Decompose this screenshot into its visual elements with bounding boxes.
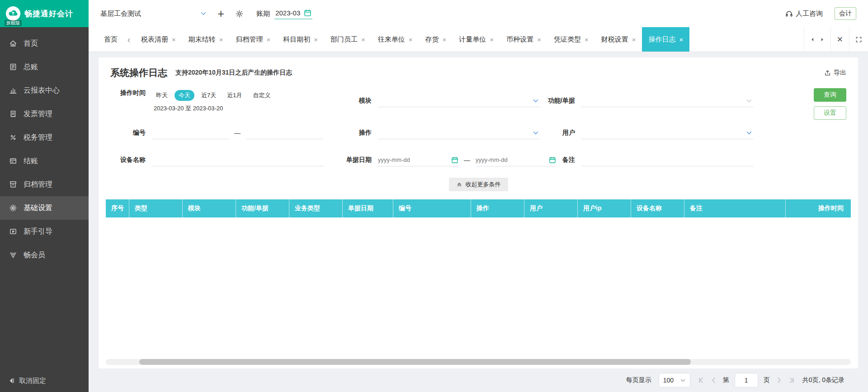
filter-settings-button[interactable]: 设置: [814, 106, 846, 120]
member-v-icon: [9, 251, 17, 259]
period-picker[interactable]: 2023-03: [274, 8, 312, 19]
tab-home[interactable]: 首页: [99, 27, 123, 52]
column-header[interactable]: 用户: [524, 199, 578, 217]
tab-active[interactable]: 操作日志×: [642, 27, 689, 52]
role-badge[interactable]: 会计: [835, 7, 856, 20]
fullscreen-button[interactable]: [849, 27, 868, 52]
sidebar-item-guide[interactable]: 新手引导: [0, 220, 89, 243]
filter-label: 单据日期: [336, 156, 372, 164]
quick-option-1month[interactable]: 近1月: [223, 90, 246, 101]
unpin-sidebar-button[interactable]: 取消固定: [0, 369, 89, 392]
column-header[interactable]: 单据日期: [343, 199, 393, 217]
tab-close-icon[interactable]: ×: [679, 36, 683, 43]
quick-option-yesterday[interactable]: 昨天: [152, 90, 172, 101]
next-page-icon[interactable]: [775, 377, 783, 384]
tab-close-icon[interactable]: ×: [537, 36, 541, 43]
sidebar-item-label: 总账: [24, 62, 38, 72]
query-button[interactable]: 查询: [814, 88, 846, 102]
export-button[interactable]: 导出: [824, 69, 846, 77]
collapse-row: 收起更多条件: [99, 169, 858, 198]
tab-close-icon[interactable]: ×: [443, 36, 447, 43]
quick-option-7days[interactable]: 近7天: [197, 90, 220, 101]
tab-close-icon[interactable]: ×: [585, 36, 589, 43]
tab[interactable]: 归档管理×: [230, 27, 277, 52]
tab-close-icon[interactable]: ×: [314, 36, 318, 43]
tab-close-icon[interactable]: ×: [361, 36, 365, 43]
arrow-left-icon[interactable]: [810, 37, 815, 42]
page-number-input[interactable]: [735, 373, 758, 387]
tab-close-icon[interactable]: ×: [219, 36, 223, 43]
horizontal-scrollbar[interactable]: [106, 359, 851, 365]
column-header[interactable]: 业务类型: [289, 199, 343, 217]
doc-date-from-input[interactable]: [378, 156, 451, 163]
add-company-button[interactable]: +: [217, 8, 224, 19]
tab-close-icon[interactable]: ×: [172, 36, 176, 43]
tab-label: 税表清册: [141, 35, 168, 44]
module-select[interactable]: [378, 94, 540, 107]
settings-button[interactable]: [235, 9, 244, 18]
column-header[interactable]: 设备名称: [631, 199, 684, 217]
tab-close-icon[interactable]: ×: [267, 36, 271, 43]
tab-close-icon[interactable]: ×: [632, 36, 636, 43]
tab-close-icon[interactable]: ×: [490, 36, 494, 43]
tab[interactable]: 期末结转×: [182, 27, 230, 52]
tabs-scroll-left-button[interactable]: ‹: [123, 27, 135, 52]
collapse-conditions-button[interactable]: 收起更多条件: [449, 178, 508, 191]
function-select[interactable]: [581, 94, 753, 107]
tab[interactable]: 币种设置×: [500, 27, 547, 52]
support-button[interactable]: 人工咨询: [785, 9, 823, 18]
column-header[interactable]: 编号: [393, 199, 471, 217]
tabs-strip: 税表清册× 期末结转× 归档管理× 科目期初× 部门员工× 往来单位× 存货× …: [135, 27, 804, 52]
column-header[interactable]: 类型: [129, 199, 183, 217]
number-from-input[interactable]: [152, 127, 229, 139]
tab[interactable]: 凭证类型×: [547, 27, 595, 52]
tab[interactable]: 科目期初×: [277, 27, 324, 52]
tab[interactable]: 往来单位×: [372, 27, 419, 52]
sidebar-item-closing[interactable]: 结账: [0, 149, 89, 173]
user-select[interactable]: [581, 127, 753, 139]
sidebar-item-general-ledger[interactable]: 总账: [0, 55, 89, 79]
close-all-tabs-button[interactable]: ✕: [830, 27, 849, 52]
company-selector[interactable]: 基层工会测试: [100, 9, 207, 18]
arrow-right-icon[interactable]: [820, 37, 825, 42]
calendar-icon[interactable]: [451, 156, 458, 164]
operation-select[interactable]: [378, 127, 540, 139]
filter-label: 操作时间: [110, 89, 146, 97]
tab[interactable]: 部门员工×: [324, 27, 372, 52]
column-header[interactable]: 备注: [684, 199, 786, 217]
tab[interactable]: 计量单位×: [453, 27, 500, 52]
per-page-select[interactable]: 100: [659, 373, 690, 387]
number-to-input[interactable]: [246, 127, 323, 139]
sidebar-item-archive[interactable]: 归档管理: [0, 173, 89, 196]
doc-date-to-input[interactable]: [476, 156, 549, 163]
tab[interactable]: 财税设置×: [595, 27, 642, 52]
filter-function: 功能/单据: [540, 89, 846, 113]
sidebar-item-member[interactable]: 畅会员: [0, 243, 89, 267]
column-header[interactable]: 操作时间: [786, 199, 851, 217]
sidebar-item-invoice[interactable]: 发票管理: [0, 102, 89, 126]
device-name-input[interactable]: [152, 154, 324, 166]
column-header[interactable]: 功能/单据: [236, 199, 289, 217]
remark-input[interactable]: [581, 154, 753, 166]
sidebar-item-basic-settings[interactable]: 基础设置: [0, 196, 89, 220]
content-area: 系统操作日志 支持2020年10月31日之后产生的操作日志 导出 操作时间: [89, 52, 868, 392]
prev-page-icon[interactable]: [710, 377, 717, 384]
column-header[interactable]: 用户ip: [578, 199, 631, 217]
chevron-down-icon: [746, 130, 752, 136]
column-header[interactable]: 模块: [183, 199, 236, 217]
doc-date-from[interactable]: [378, 154, 458, 166]
quick-option-today[interactable]: 今天: [175, 90, 194, 101]
tab[interactable]: 税表清册×: [135, 27, 182, 52]
sidebar-item-tax[interactable]: 税务管理: [0, 126, 89, 149]
tab[interactable]: 存货×: [419, 27, 453, 52]
quick-option-custom[interactable]: 自定义: [249, 90, 274, 101]
last-page-icon[interactable]: [788, 377, 795, 384]
sidebar-item-home[interactable]: 首页: [0, 32, 89, 55]
period-value: 2023-03: [275, 9, 300, 17]
column-header[interactable]: 序号: [106, 199, 129, 217]
first-page-icon[interactable]: [698, 377, 705, 384]
tab-close-icon[interactable]: ×: [409, 36, 413, 43]
column-header[interactable]: 操作: [471, 199, 524, 217]
sidebar-item-cloud-reports[interactable]: 云报表中心: [0, 79, 89, 102]
scrollbar-thumb[interactable]: [139, 359, 691, 365]
